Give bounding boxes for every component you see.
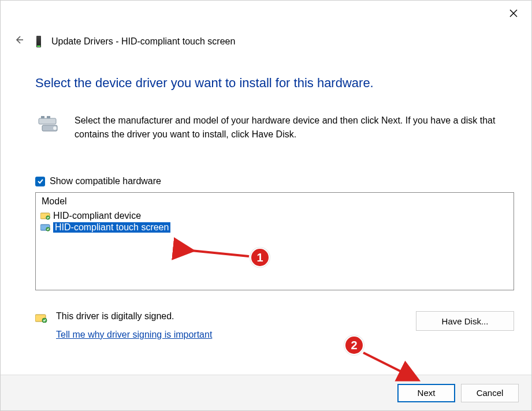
dialog-title: Update Drivers - HID-compliant touch scr… bbox=[51, 36, 235, 47]
update-drivers-dialog: Update Drivers - HID-compliant touch scr… bbox=[0, 0, 532, 411]
checkbox-label: Show compatible hardware bbox=[50, 176, 161, 186]
device-icon bbox=[36, 36, 41, 47]
signing-info-link[interactable]: Tell me why driver signing is important bbox=[56, 330, 212, 340]
model-item-label: HID-compliant device bbox=[53, 211, 141, 221]
show-compatible-checkbox[interactable]: Show compatible hardware bbox=[35, 176, 514, 186]
svg-point-7 bbox=[53, 126, 57, 130]
model-item-label: HID-compliant touch screen bbox=[53, 222, 170, 233]
titlebar: Update Drivers - HID-compliant touch scr… bbox=[12, 33, 235, 50]
driver-signed-icon bbox=[35, 313, 48, 323]
cancel-button[interactable]: Cancel bbox=[461, 384, 519, 402]
dialog-footer: Next Cancel bbox=[1, 375, 531, 410]
page-heading: Select the device driver you want to ins… bbox=[35, 76, 514, 91]
model-header: Model bbox=[40, 196, 509, 207]
checkbox-icon bbox=[35, 177, 45, 186]
driver-signed-icon bbox=[40, 223, 51, 231]
annotation-badge-1: 1 bbox=[250, 248, 270, 267]
next-button[interactable]: Next bbox=[397, 384, 455, 402]
instruction-text: Select the manufacturer and model of you… bbox=[75, 114, 514, 141]
hardware-icon bbox=[35, 115, 62, 133]
close-button[interactable] bbox=[505, 6, 522, 21]
back-button[interactable] bbox=[12, 33, 26, 50]
model-listbox[interactable]: Model HID-compliant device HID-compliant… bbox=[35, 192, 514, 290]
svg-rect-4 bbox=[41, 116, 44, 118]
have-disk-button[interactable]: Have Disk... bbox=[416, 311, 514, 331]
model-item[interactable]: HID-compliant device bbox=[40, 210, 509, 222]
svg-rect-3 bbox=[39, 118, 56, 124]
annotation-badge-2: 2 bbox=[344, 335, 364, 355]
model-item-selected[interactable]: HID-compliant touch screen bbox=[40, 222, 509, 233]
svg-rect-5 bbox=[47, 116, 50, 118]
driver-signed-icon bbox=[40, 212, 51, 220]
signing-status: This driver is digitally signed. bbox=[56, 311, 212, 322]
